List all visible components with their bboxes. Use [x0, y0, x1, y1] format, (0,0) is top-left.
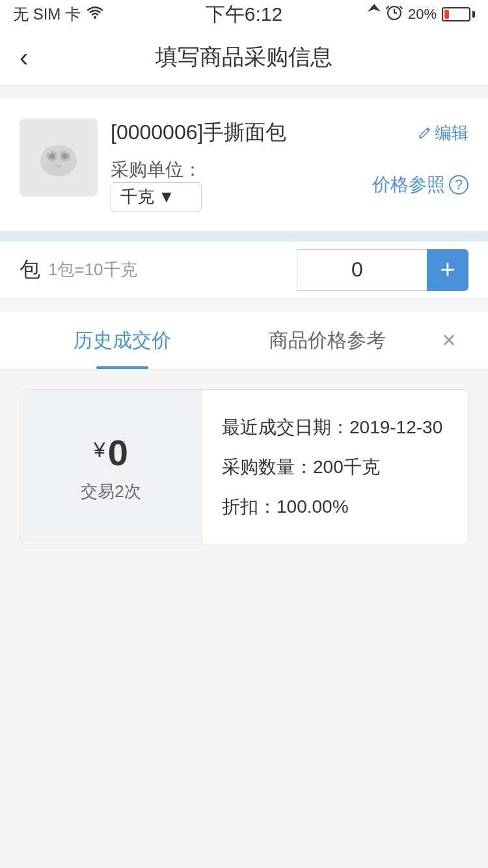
status-bar: 无 SIM 卡 下午6:12 20	[0, 0, 488, 29]
chevron-down-icon: ▼	[158, 187, 175, 207]
product-header-row: [0000006]手撕面包 编辑	[111, 118, 468, 147]
edit-icon	[418, 126, 432, 140]
svg-point-4	[40, 145, 77, 176]
battery-icon	[442, 7, 475, 21]
back-button[interactable]: ‹	[20, 44, 28, 70]
carrier-text: 无 SIM 卡	[13, 4, 81, 25]
wifi-icon	[86, 5, 104, 23]
history-section: ¥ 0 交易2次 最近成交日期：2019-12-30 采购数量：200千克 折扣…	[0, 370, 488, 565]
svg-point-8	[62, 154, 68, 159]
status-time: 下午6:12	[206, 1, 282, 28]
help-icon: ?	[449, 175, 468, 195]
product-image	[20, 118, 98, 197]
quantity-plus-button[interactable]: +	[427, 249, 468, 291]
history-trade-count: 交易2次	[81, 480, 141, 503]
tabs-container: 历史成交价 商品价格参考 ×	[0, 312, 488, 370]
alarm-icon	[386, 4, 403, 25]
svg-point-0	[94, 16, 96, 19]
history-qty-row: 采购数量：200千克	[222, 453, 448, 482]
product-logo-icon	[33, 131, 85, 183]
unit-conversion-note: 1包=10千克	[48, 258, 137, 281]
tab-product-price-ref[interactable]: 商品价格参考	[224, 312, 429, 369]
quantity-input-group: +	[297, 249, 468, 291]
page-title: 填写商品采购信息	[156, 42, 332, 72]
quantity-label: 包 1包=10千克	[20, 256, 137, 284]
product-unit-row: 采购单位： 千克 ▼ 价格参照 ?	[111, 157, 468, 211]
footer-space	[0, 565, 488, 868]
header: ‹ 填写商品采购信息	[0, 29, 488, 86]
history-details-right: 最近成交日期：2019-12-30 采购数量：200千克 折扣：100.00%	[202, 390, 468, 545]
history-price-left: ¥ 0 交易2次	[20, 390, 202, 545]
product-name: [0000006]手撕面包	[111, 118, 286, 147]
quantity-input[interactable]	[297, 249, 427, 291]
product-info: [0000006]手撕面包 编辑 采购单位： 千克 ▼ 价格参照	[111, 118, 468, 211]
product-card: [0000006]手撕面包 编辑 采购单位： 千克 ▼ 价格参照	[0, 99, 488, 231]
tab-close-button[interactable]: ×	[429, 321, 468, 360]
section-divider	[0, 231, 488, 241]
quantity-row: 包 1包=10千克 +	[0, 241, 488, 299]
history-discount-row: 折扣：100.00%	[222, 493, 448, 522]
battery-percent: 20%	[408, 6, 437, 23]
history-date-row: 最近成交日期：2019-12-30	[222, 413, 448, 442]
unit-select[interactable]: 千克 ▼	[111, 182, 202, 211]
svg-point-7	[49, 154, 55, 159]
history-price-value: ¥ 0	[94, 431, 128, 474]
history-card: ¥ 0 交易2次 最近成交日期：2019-12-30 采购数量：200千克 折扣…	[20, 389, 468, 545]
location-icon	[368, 4, 381, 25]
status-right: 20%	[368, 4, 475, 25]
tabs-row: 历史成交价 商品价格参考 ×	[0, 312, 488, 369]
price-ref-button[interactable]: 价格参照 ?	[372, 172, 468, 197]
unit-field: 采购单位： 千克 ▼	[111, 157, 202, 211]
status-left: 无 SIM 卡	[13, 4, 104, 25]
tab-history-price[interactable]: 历史成交价	[20, 312, 224, 369]
edit-button[interactable]: 编辑	[418, 122, 468, 144]
